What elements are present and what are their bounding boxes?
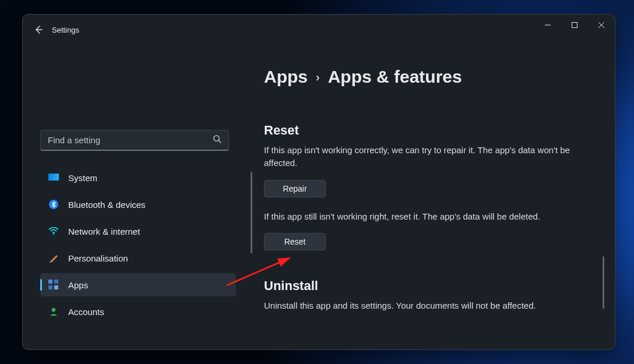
breadcrumb-parent[interactable]: Apps: [264, 67, 308, 87]
reset-button[interactable]: Reset: [264, 233, 326, 250]
person-icon: [48, 306, 59, 317]
uninstall-heading: Uninstall: [264, 278, 597, 294]
svg-point-1: [214, 136, 219, 141]
brush-icon: [48, 253, 59, 263]
breadcrumb: Apps › Apps & features: [264, 67, 597, 87]
search-box[interactable]: [40, 130, 229, 151]
svg-rect-6: [48, 280, 52, 284]
sidebar-item-system[interactable]: System: [40, 166, 236, 189]
sidebar-scrollbar[interactable]: [251, 172, 252, 253]
window-controls: [534, 15, 615, 36]
content-scrollbar[interactable]: [603, 256, 604, 309]
maximize-icon: [571, 22, 578, 29]
apps-icon: [48, 280, 59, 290]
sidebar-item-network[interactable]: Network & internet: [40, 220, 236, 243]
close-button[interactable]: [588, 15, 615, 36]
back-button[interactable]: [26, 17, 51, 42]
breadcrumb-current: Apps & features: [328, 67, 462, 87]
content-pane: Apps › Apps & features Reset If this app…: [264, 67, 597, 349]
svg-point-10: [52, 308, 55, 312]
close-icon: [598, 22, 605, 29]
sidebar-nav: System Bluetooth & devices Network & int…: [40, 166, 236, 327]
sidebar-item-accounts[interactable]: Accounts: [40, 300, 236, 323]
minimize-button[interactable]: [534, 15, 561, 36]
minimize-icon: [544, 22, 551, 29]
maximize-button[interactable]: [561, 15, 588, 36]
reset-description: If this app still isn't working right, r…: [264, 210, 596, 223]
sidebar-item-label: Apps: [68, 280, 88, 290]
svg-point-5: [53, 234, 54, 235]
titlebar: Settings: [23, 15, 615, 45]
svg-rect-0: [572, 23, 577, 28]
svg-rect-7: [54, 280, 58, 284]
repair-button[interactable]: Repair: [264, 180, 326, 197]
sidebar-item-bluetooth[interactable]: Bluetooth & devices: [40, 193, 236, 216]
sidebar-item-label: Accounts: [68, 307, 104, 317]
search-input[interactable]: [48, 135, 213, 145]
sidebar-item-label: System: [68, 173, 97, 183]
settings-window: Settings System: [22, 14, 615, 350]
reset-heading: Reset: [264, 123, 597, 138]
search-icon: [213, 135, 221, 146]
svg-rect-9: [54, 285, 58, 289]
bluetooth-icon: [48, 199, 59, 210]
chevron-right-icon: ›: [316, 70, 320, 84]
wifi-icon: [48, 226, 59, 236]
svg-rect-3: [48, 174, 59, 181]
sidebar-item-personalisation[interactable]: Personalisation: [40, 246, 236, 270]
sidebar-item-label: Bluetooth & devices: [68, 200, 146, 210]
display-icon: [48, 172, 59, 183]
uninstall-description: Uninstall this app and its settings. You…: [264, 299, 596, 312]
app-title: Settings: [52, 26, 79, 34]
sidebar-item-label: Personalisation: [68, 253, 128, 263]
svg-rect-8: [48, 285, 52, 289]
sidebar-item-label: Network & internet: [68, 227, 140, 236]
arrow-left-icon: [34, 25, 43, 34]
sidebar-item-apps[interactable]: Apps: [40, 273, 236, 296]
repair-description: If this app isn't working correctly, we …: [264, 144, 596, 169]
